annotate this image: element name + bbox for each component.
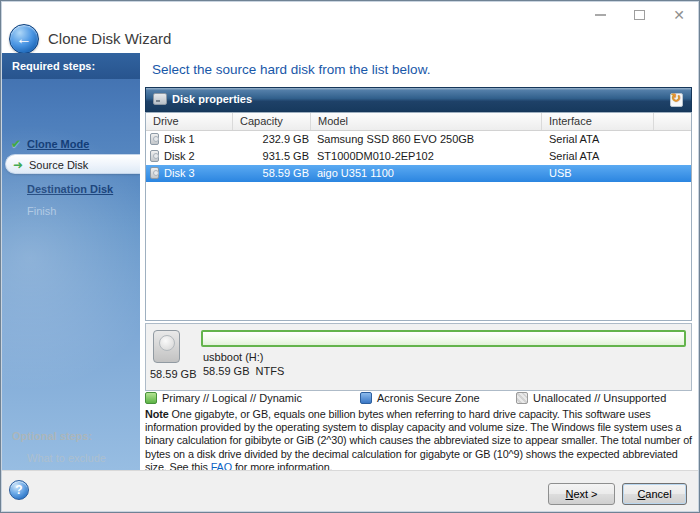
legend-label: Unallocated // Unsupported [533,392,666,405]
disk-properties-icon [153,93,167,105]
page-title: Select the source hard disk from the lis… [152,62,430,77]
disk-icon [150,167,159,179]
next-button[interactable]: Next > [548,483,615,505]
maximize-button[interactable] [625,4,653,26]
table-row-disk-2[interactable]: Disk 2 931.5 GB ST1000DM010-2EP102 Seria… [146,148,691,165]
volume-info: 58.59 GB NTFS [203,365,284,377]
note-bold: Note [145,408,169,420]
cell-capacity: 58.59 GB [233,165,311,182]
cell-drive: Disk 2 [164,150,195,162]
column-header-capacity[interactable]: Capacity [233,113,311,130]
disk-size-label: 58.59 GB [150,368,196,380]
disk-properties-toolbar: Disk properties ↻ [145,87,692,112]
volume-label: usbboot (H:) [203,351,264,363]
disk-icon [150,150,159,162]
legend-label: Primary // Logical // Dynamic [162,392,302,405]
close-icon: ✕ [673,8,685,22]
column-header-interface[interactable]: Interface [542,113,654,130]
refresh-button[interactable]: ↻ [668,91,686,109]
cell-drive: Disk 1 [164,133,195,145]
help-icon: ? [15,483,22,497]
table-row-disk-3-selected[interactable]: Disk 3 58.59 GB aigo U351 1100 USB [146,165,691,182]
close-button[interactable]: ✕ [665,4,693,26]
sidebar-step-what-to-exclude: What to exclude [27,452,106,464]
disk-icon [150,133,159,145]
disk-properties-button[interactable]: Disk properties [172,88,252,111]
cell-interface: Serial ATA [542,148,654,165]
table-header-row: Drive Capacity Model Interface [146,113,691,131]
footer-bar: ? Next > Cancel [0,470,700,513]
column-header-spacer [654,113,691,130]
cell-capacity: 931.5 GB [233,148,311,165]
column-header-drive[interactable]: Drive [146,113,233,130]
step-label: Clone Mode [27,134,89,154]
legend-secure-zone-swatch [360,392,372,404]
disk-layout-panel: 58.59 GB usbboot (H:) 58.59 GB NTFS [145,323,692,391]
hard-disk-icon [153,330,180,363]
back-button[interactable]: ← [9,24,39,54]
refresh-icon: ↻ [671,91,681,105]
optional-steps-header: Optional steps: [12,430,92,442]
cell-capacity: 232.9 GB [233,131,311,148]
cell-model: aigo U351 1100 [311,165,542,182]
cancel-button[interactable]: Cancel [622,483,687,505]
window-title: Clone Disk Wizard [48,30,171,47]
step-current-arrow-icon: ➜ [10,155,26,175]
sidebar-step-destination-disk[interactable]: Destination Disk [0,179,140,199]
sidebar-step-source-disk[interactable]: ➜ Source Disk [5,154,140,174]
minimize-button[interactable] [586,4,614,26]
legend-label: Acronis Secure Zone [377,392,480,405]
column-header-model[interactable]: Model [311,113,542,130]
legend-unallocated-swatch [516,392,528,404]
disk-table: Drive Capacity Model Interface Disk 1 23… [145,112,692,321]
partition-bar[interactable] [201,330,686,347]
cancel-button-label: ancel [645,488,671,500]
capacity-note: Note One gigabyte, or GB, equals one bil… [145,408,693,474]
sidebar-step-clone-mode[interactable]: ✔ Clone Mode [0,134,140,154]
step-label: Finish [27,201,56,221]
maximize-icon [634,10,645,20]
table-row-disk-1[interactable]: Disk 1 232.9 GB Samsung SSD 860 EVO 250G… [146,131,691,148]
sidebar-step-finish: Finish [0,201,140,221]
help-button[interactable]: ? [9,480,29,500]
title-bar: ← Clone Disk Wizard ✕ [0,0,700,53]
step-label: Source Disk [29,155,88,175]
next-button-label: ext > [573,488,597,500]
cell-interface: USB [542,165,654,182]
cell-model: Samsung SSD 860 EVO 250GB [311,131,542,148]
clone-disk-wizard-window: ← Clone Disk Wizard ✕ Required steps: ✔ … [0,0,700,513]
step-done-check-icon: ✔ [8,134,24,154]
cell-interface: Serial ATA [542,131,654,148]
cell-drive: Disk 3 [164,167,195,179]
minimize-icon [595,14,606,16]
legend-primary-swatch [145,392,157,404]
back-arrow-icon: ← [16,30,32,47]
required-steps-header: Required steps: [0,53,140,79]
step-label: Destination Disk [27,179,113,199]
cell-model: ST1000DM010-2EP102 [311,148,542,165]
wizard-steps-sidebar: Required steps: ✔ Clone Mode ➜ Source Di… [0,53,140,470]
